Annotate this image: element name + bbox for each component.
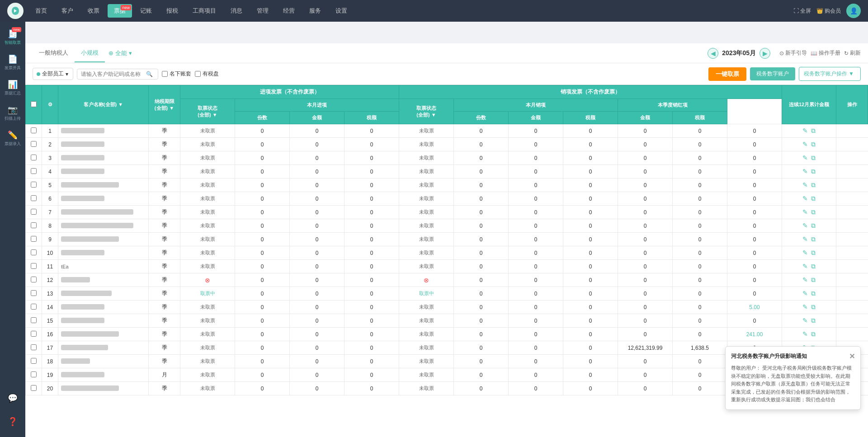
- row-checkbox[interactable]: [31, 304, 37, 310]
- copy-icon[interactable]: ⧉: [811, 168, 816, 175]
- period-prev-btn[interactable]: ◀: [708, 48, 718, 59]
- edit-icon[interactable]: ✎: [802, 141, 808, 148]
- th-tax-period[interactable]: 纳税期限(全部) ▼: [149, 85, 180, 124]
- copy-icon[interactable]: ⧉: [811, 222, 816, 229]
- digital-account-action-btn[interactable]: 税务数字账户操作 ▼: [799, 67, 861, 81]
- nav-manage[interactable]: 管理: [250, 4, 275, 18]
- user-avatar[interactable]: 👤: [846, 4, 861, 18]
- edit-icon[interactable]: ✎: [802, 222, 808, 229]
- nav-operation[interactable]: 经营: [277, 4, 301, 18]
- nav-tax[interactable]: 报税: [160, 4, 184, 18]
- copy-icon[interactable]: ⧉: [811, 127, 816, 134]
- th-customer-name[interactable]: 客户名称(全部) ▼: [58, 85, 149, 124]
- nav-receive[interactable]: 收票: [81, 4, 106, 18]
- row-checkbox[interactable]: [31, 168, 37, 174]
- td-checkbox[interactable]: [26, 192, 42, 206]
- td-checkbox[interactable]: [26, 273, 42, 287]
- copy-icon[interactable]: ⧉: [811, 263, 816, 270]
- td-checkbox[interactable]: [26, 382, 42, 395]
- tab-small-scale[interactable]: 小规模: [75, 44, 105, 62]
- td-checkbox[interactable]: [26, 341, 42, 355]
- checkbox-tax[interactable]: [195, 71, 201, 77]
- edit-icon[interactable]: ✎: [802, 168, 808, 175]
- nav-service[interactable]: 服务: [303, 4, 327, 18]
- copy-icon[interactable]: ⧉: [811, 181, 816, 188]
- edit-icon[interactable]: ✎: [802, 330, 808, 338]
- sidebar-item-summary[interactable]: 📊 票据汇总: [1, 76, 24, 99]
- edit-icon[interactable]: ✎: [802, 181, 808, 188]
- sidebar-item-help[interactable]: ❓: [1, 410, 24, 433]
- td-checkbox[interactable]: [26, 314, 42, 328]
- td-checkbox[interactable]: [26, 328, 42, 341]
- th-checkbox[interactable]: [26, 85, 42, 124]
- row-checkbox[interactable]: [31, 249, 37, 255]
- row-checkbox[interactable]: [31, 358, 37, 364]
- sidebar-item-smart-invoice[interactable]: 🧾 智能取票 new: [1, 25, 24, 49]
- copy-icon[interactable]: ⧉: [811, 330, 816, 338]
- edit-icon[interactable]: ✎: [802, 317, 808, 324]
- checkbox-tax-label[interactable]: 有税盘: [195, 70, 219, 78]
- digital-account-btn[interactable]: 税务数字账户: [750, 67, 795, 80]
- edit-icon[interactable]: ✎: [802, 290, 808, 297]
- row-checkbox[interactable]: [31, 155, 37, 160]
- row-checkbox[interactable]: [31, 209, 37, 215]
- row-checkbox[interactable]: [31, 182, 37, 188]
- row-checkbox[interactable]: [31, 236, 37, 242]
- edit-icon[interactable]: ✎: [802, 127, 808, 134]
- sidebar-item-entry[interactable]: ✏️ 票据录入: [1, 127, 24, 150]
- select-all-checkbox[interactable]: [31, 101, 37, 107]
- td-checkbox[interactable]: [26, 179, 42, 192]
- td-checkbox[interactable]: [26, 206, 42, 219]
- guide-btn[interactable]: ⊙ 新手引导: [779, 49, 807, 57]
- row-checkbox[interactable]: [31, 331, 37, 337]
- copy-icon[interactable]: ⧉: [811, 290, 816, 297]
- th-out-status[interactable]: 取票状态(全部) ▼: [399, 99, 454, 124]
- nav-message[interactable]: 消息: [224, 4, 249, 18]
- copy-icon[interactable]: ⧉: [811, 303, 816, 310]
- checkbox-account-label[interactable]: 名下账套: [162, 70, 191, 78]
- td-checkbox[interactable]: [26, 151, 42, 165]
- th-settings[interactable]: ⚙: [42, 85, 58, 124]
- manual-btn[interactable]: 📖 操作手册: [811, 49, 840, 57]
- row-checkbox[interactable]: [31, 127, 37, 133]
- edit-icon[interactable]: ✎: [802, 249, 808, 256]
- copy-icon[interactable]: ⧉: [811, 276, 816, 283]
- row-checkbox[interactable]: [31, 385, 37, 391]
- td-checkbox[interactable]: [26, 124, 42, 138]
- td-checkbox[interactable]: [26, 368, 42, 382]
- fullscreen-btn[interactable]: ⛶ 全屏: [793, 7, 811, 15]
- nav-invoice[interactable]: 票据 new: [108, 4, 132, 18]
- copy-icon[interactable]: ⧉: [811, 195, 816, 202]
- tab-general-taxpayer[interactable]: 一般纳税人: [33, 44, 75, 62]
- nav-business[interactable]: 工商项目: [186, 4, 222, 18]
- checkbox-account[interactable]: [162, 71, 168, 77]
- edit-icon[interactable]: ✎: [802, 235, 808, 243]
- nav-settings[interactable]: 设置: [329, 4, 354, 18]
- row-checkbox[interactable]: [31, 222, 37, 228]
- td-checkbox[interactable]: [26, 233, 42, 246]
- td-checkbox[interactable]: [26, 138, 42, 151]
- member-btn[interactable]: 👑 购会员: [816, 7, 841, 15]
- copy-icon[interactable]: ⧉: [811, 249, 816, 256]
- sidebar-item-issue-invoice[interactable]: 📄 发票开具: [1, 51, 24, 74]
- row-checkbox[interactable]: [31, 263, 37, 269]
- copy-icon[interactable]: ⧉: [811, 154, 816, 161]
- edit-icon[interactable]: ✎: [802, 195, 808, 202]
- tab-all[interactable]: ⊕ 全能 ▾: [105, 47, 136, 60]
- th-in-status[interactable]: 取票状态(全部) ▼: [180, 99, 235, 124]
- copy-icon[interactable]: ⧉: [811, 235, 816, 243]
- td-checkbox[interactable]: [26, 301, 42, 314]
- sidebar-item-scan[interactable]: 📷 扫描上传: [1, 101, 24, 125]
- edit-icon[interactable]: ✎: [802, 154, 808, 161]
- employee-select[interactable]: 全部员工 ▾: [33, 68, 73, 80]
- nav-home[interactable]: 首页: [29, 4, 53, 18]
- copy-icon[interactable]: ⧉: [811, 317, 816, 324]
- row-checkbox[interactable]: [31, 290, 37, 296]
- refresh-btn[interactable]: ↻ 刷新: [844, 49, 861, 57]
- period-next-btn[interactable]: ▶: [760, 48, 770, 59]
- row-checkbox[interactable]: [31, 277, 37, 282]
- td-checkbox[interactable]: [26, 219, 42, 233]
- nav-customer[interactable]: 客户: [55, 4, 80, 18]
- row-checkbox[interactable]: [31, 195, 37, 201]
- td-checkbox[interactable]: [26, 260, 42, 273]
